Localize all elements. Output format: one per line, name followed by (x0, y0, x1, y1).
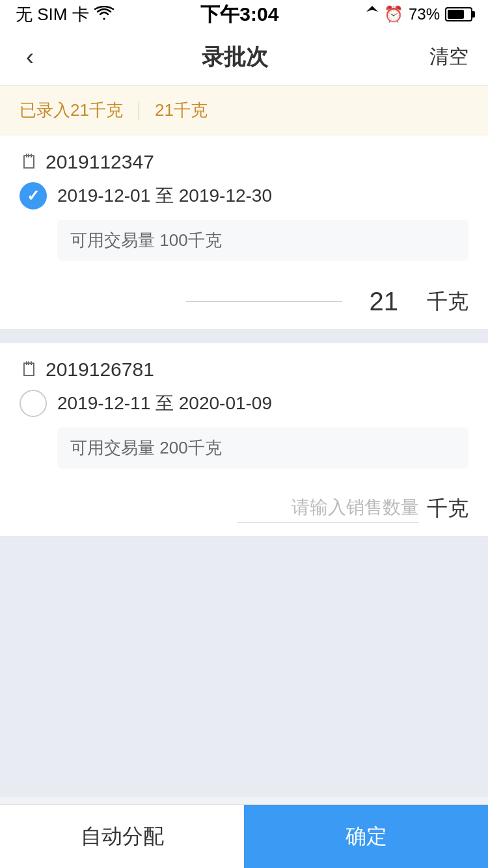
alarm-icon: ⏰ (384, 5, 403, 23)
confirm-button[interactable]: 确定 (244, 805, 488, 868)
batch-2-icon: 🗒 (20, 359, 39, 381)
batch-1-date: 2019-12-01 至 2019-12-30 (57, 183, 272, 208)
section-divider (0, 330, 488, 343)
batch-2-available: 可用交易量 200千克 (57, 427, 468, 468)
batch-1-row: 2019-12-01 至 2019-12-30 (20, 182, 468, 210)
batch-2-date: 2019-12-11 至 2020-01-09 (57, 391, 272, 416)
batch-1-id: 2019112347 (46, 151, 154, 173)
banner-divider (139, 102, 139, 120)
batch-2-input-underline (237, 522, 419, 523)
batch-2-input-unit: 千克 (427, 495, 468, 523)
status-bar-right: ⏰ 73% (366, 5, 472, 23)
auto-distribute-button[interactable]: 自动分配 (0, 805, 244, 868)
status-bar-time: 下午3:04 (200, 1, 278, 28)
batch-1-icon: 🗒 (20, 151, 39, 173)
batch-2-id: 2019126781 (46, 359, 154, 381)
batch-1-amount-unit: 千克 (427, 288, 468, 316)
page-title: 录批次 (202, 42, 268, 72)
wifi-icon (94, 5, 114, 25)
batch-1-amount-divider (186, 301, 342, 302)
batch-item-1: 🗒 2019112347 2019-12-01 至 2019-12-30 可用交… (0, 135, 488, 274)
clear-button[interactable]: 清空 (429, 44, 468, 70)
status-banner: 已录入21千克 21千克 (0, 86, 488, 135)
total-value: 21千克 (155, 99, 208, 122)
empty-area (0, 537, 488, 797)
batch-2-row: 2019-12-11 至 2020-01-09 (20, 390, 468, 417)
back-button[interactable]: ‹ (20, 37, 40, 77)
batch-2-qty-input[interactable] (158, 495, 419, 519)
batch-2-header: 🗒 2019126781 (20, 359, 468, 381)
carrier-text: 无 SIM 卡 (16, 3, 89, 26)
batch-1-amount-value: 21 (370, 287, 399, 316)
batch-1-radio[interactable] (20, 182, 47, 210)
status-bar-left: 无 SIM 卡 (16, 3, 114, 26)
batch-1-header: 🗒 2019112347 (20, 151, 468, 173)
battery-text: 73% (409, 5, 440, 23)
status-bar: 无 SIM 卡 下午3:04 ⏰ 73% (0, 0, 488, 29)
batch-1-amount-row: 21 千克 (0, 274, 488, 330)
batch-2-input-row: 千克 (0, 481, 488, 537)
recorded-amount: 已录入21千克 (20, 99, 123, 122)
nav-bar: ‹ 录批次 清空 (0, 29, 488, 86)
batch-2-input-wrapper (20, 495, 419, 523)
batch-2-radio[interactable] (20, 390, 47, 417)
batch-1-available: 可用交易量 100千克 (57, 220, 468, 261)
bottom-actions: 自动分配 确定 (0, 804, 488, 868)
batch-item-2: 🗒 2019126781 2019-12-11 至 2020-01-09 可用交… (0, 343, 488, 481)
battery-icon (445, 7, 472, 21)
location-icon (366, 5, 379, 23)
